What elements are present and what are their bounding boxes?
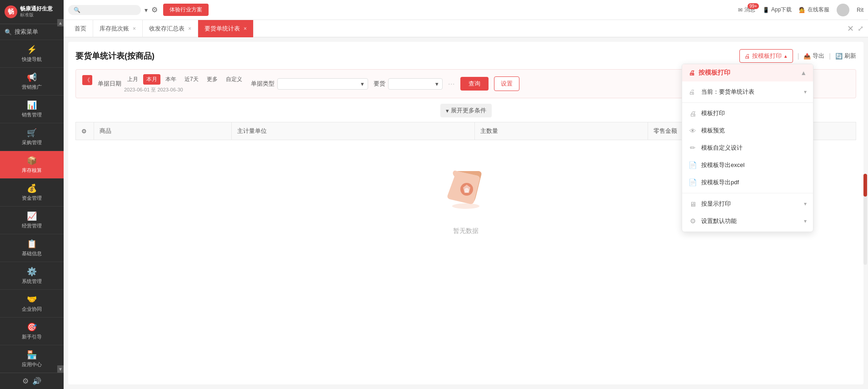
filter-yaohuo-item: 要货 ▾ (374, 78, 443, 90)
sound-icon[interactable]: 🔊 (32, 377, 41, 385)
action-divider: | (798, 52, 799, 60)
sidebar-item-guide[interactable]: 🎯 新手引导 (0, 318, 64, 345)
table-header-quantity: 主数量 (475, 122, 648, 140)
tab-home[interactable]: 首页 (68, 20, 93, 37)
sidebar-bottom: ⚙ 🔊 (0, 373, 64, 389)
export-button[interactable]: 📤 导出 (803, 52, 824, 60)
page-title: 要货单统计表(按商品) (75, 51, 155, 61)
query-button[interactable]: 查询 (460, 77, 489, 91)
close-batch-account-icon[interactable]: × (133, 25, 136, 32)
table-header-settings[interactable]: ⚙ (76, 122, 94, 140)
dropdown-template-print[interactable]: 🖨 模板打印 (682, 105, 813, 122)
sidebar-item-inventory[interactable]: 📦 库存核算 (0, 151, 64, 179)
sidebar-item-system[interactable]: ⚙️ 系统管理 (0, 262, 64, 290)
yaohuo-select[interactable]: ▾ (388, 78, 443, 90)
date-buttons: 上月 本月 本年 近7天 更多 自定义 (124, 74, 245, 85)
scrollbar-thumb (863, 174, 867, 197)
date-btn-this-month[interactable]: 本月 (143, 74, 160, 85)
sidebar-scroll-up[interactable]: ▲ (57, 19, 64, 26)
sidebar-item-marketing[interactable]: 📢 营销推广 (0, 68, 64, 96)
sidebar-item-quick-nav[interactable]: ⚡ 快捷导航 (0, 40, 64, 68)
refresh-button[interactable]: 🔄 刷新 (835, 52, 856, 60)
type-filter-label: 单据类型 (251, 80, 274, 88)
trial-button[interactable]: 体验行业方案 (163, 4, 209, 16)
print-arrow-icon: ▲ (783, 54, 788, 59)
table-header-product: 商品 (94, 122, 232, 140)
marketing-icon: 📢 (27, 72, 37, 82)
sidebar-item-basic[interactable]: 📋 基础信息 (0, 234, 64, 262)
yaohuo-arrow: ▾ (435, 81, 439, 87)
dropdown-template-preview[interactable]: 👁 模板预览 (682, 122, 813, 139)
basic-label: 基础信息 (22, 250, 42, 257)
tab-receipt-summary[interactable]: 收发存汇总表 × (143, 20, 198, 37)
export-label: 导出 (813, 52, 824, 60)
logo-icon: 畅 (5, 5, 17, 18)
close-receipt-summary-icon[interactable]: × (188, 25, 191, 32)
settings-bottom-icon[interactable]: ⚙ (22, 377, 29, 385)
table-settings-icon[interactable]: ⚙ (81, 128, 87, 135)
finance-label: 资金管理 (22, 195, 42, 202)
system-icon: ⚙️ (27, 267, 37, 277)
more-options-icon[interactable]: ··· (448, 79, 455, 89)
template-preview-icon: 👁 (688, 127, 697, 135)
topbar-messages[interactable]: ✉ 消息 99+ (738, 6, 755, 14)
sidebar-item-sales[interactable]: 📊 销售管理 (0, 96, 64, 123)
date-btn-last-month[interactable]: 上月 (124, 74, 141, 85)
template-excel-label: 按模板导出excel (701, 161, 807, 169)
dropdown-current-template[interactable]: 🖨 模板打印 当前：要货单统计表 ▾ (682, 83, 813, 101)
service-label: 在线客服 (808, 6, 829, 14)
system-label: 系统管理 (22, 278, 42, 285)
sidebar-item-operations[interactable]: 📈 经营管理 (0, 207, 64, 234)
topbar-app-download[interactable]: 📱 App下载 (763, 6, 792, 14)
topbar-gear-icon[interactable]: ⚙ (151, 5, 158, 14)
purchase-label: 采购管理 (22, 139, 42, 146)
export-icon: 📤 (803, 53, 811, 60)
print-button[interactable]: 🖨 按模板打印 ▲ (739, 49, 793, 63)
sidebar-logo[interactable]: 畅 畅康通好生意 标准版 (0, 0, 64, 24)
tabbar: 首页 库存批次账 × 收发存汇总表 × 要货单统计表 × ✕ ⤢ (64, 20, 868, 37)
sidebar-item-collab[interactable]: 🤝 企业协同 (0, 290, 64, 318)
date-btn-more[interactable]: 更多 (204, 74, 221, 85)
dropdown-template-excel[interactable]: 📄 按模板导出excel (682, 157, 813, 174)
app-center-label: 应用中心 (22, 361, 42, 368)
date-btn-7days[interactable]: 近7天 (181, 74, 202, 85)
filter-expand-button[interactable]: 《 (82, 75, 92, 85)
type-select[interactable]: ▾ (277, 78, 368, 90)
app-icon: 📱 (763, 7, 769, 13)
date-btn-this-year[interactable]: 本年 (162, 74, 180, 85)
date-btn-custom[interactable]: 自定义 (223, 74, 245, 85)
tabbar-right-actions: ✕ ⤢ (847, 24, 863, 34)
sidebar-item-purchase[interactable]: 🛒 采购管理 (0, 123, 64, 151)
tabbar-expand-icon[interactable]: ⤢ (858, 24, 863, 33)
close-order-stats-icon[interactable]: × (244, 25, 247, 32)
template-pdf-icon: 📄 (688, 178, 697, 187)
template-custom-icon: ✏ (688, 144, 697, 152)
filter-date-item: 单据日期 上月 本月 本年 近7天 更多 自定义 2023-06-01 至 20… (98, 74, 245, 93)
topbar-search-box[interactable]: 🔍 (68, 5, 141, 15)
print-label: 按模板打印 (752, 52, 782, 60)
settings-button[interactable]: 设置 (494, 76, 519, 91)
dropdown-display-print[interactable]: 🖥 按显示打印 ▾ (682, 195, 813, 212)
dropdown-template-pdf[interactable]: 📄 按模板导出pdf (682, 174, 813, 191)
tab-batch-account[interactable]: 库存批次账 × (93, 20, 143, 37)
dropdown-set-default[interactable]: ⚙ 设置默认功能 ▾ (682, 212, 813, 230)
separator2 (682, 193, 813, 193)
refresh-icon: 🔄 (835, 53, 843, 60)
tabbar-close-all-icon[interactable]: ✕ (847, 24, 854, 34)
inventory-label: 库存核算 (22, 167, 42, 174)
current-template-icon: 🖨 (688, 88, 697, 96)
dropdown-collapse-icon[interactable]: ▲ (800, 69, 807, 76)
dropdown-template-custom[interactable]: ✏ 模板自定义设计 (682, 139, 813, 157)
expand-more-button[interactable]: ▾ 展开更多条件 (440, 104, 492, 117)
yaohuo-label: 要货 (374, 80, 385, 88)
sidebar-search[interactable]: 🔍 搜索菜单 (0, 24, 64, 40)
topbar-online-service[interactable]: 💁 在线客服 (799, 6, 829, 14)
sidebar-item-finance[interactable]: 💰 资金管理 (0, 179, 64, 207)
sidebar-scroll-down[interactable]: ▼ (57, 365, 64, 373)
avatar[interactable] (837, 4, 849, 16)
topbar-dropdown-icon[interactable]: ▾ (145, 6, 148, 14)
right-scrollbar[interactable] (863, 174, 867, 265)
tab-order-stats[interactable]: 要货单统计表 × (198, 20, 254, 37)
sidebar-item-app[interactable]: 🏪 应用中心 (0, 345, 64, 373)
print-icon: 🖨 (744, 53, 750, 60)
